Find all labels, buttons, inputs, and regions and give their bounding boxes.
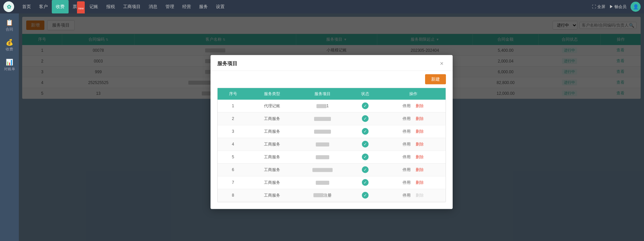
app-logo: ✿: [3, 1, 14, 12]
modal-col-item: 服务项目: [295, 88, 350, 99]
nav-shoufei[interactable]: 收费: [52, 0, 69, 13]
nav-piaoju[interactable]: 票据 new: [69, 0, 85, 13]
stop-button-6[interactable]: 停用: [401, 166, 413, 173]
modal-col-type: 服务类型: [249, 88, 295, 99]
top-nav-right: ⛶ 全屏 ▶ 畅会员 👤: [592, 2, 641, 12]
sidebar-label-shoufei: 收费: [6, 47, 13, 52]
avatar[interactable]: 👤: [631, 2, 641, 12]
modal-table-row: 6 工商服务 ✓ 停用 删除: [218, 163, 446, 176]
stop-button-2[interactable]: 停用: [401, 115, 413, 122]
fee-icon: 💰: [6, 39, 13, 46]
sidebar-item-duizhangdan[interactable]: 📊 对账单: [1, 56, 18, 74]
top-navigation: ✿ 首页 客户 收费 票据 new 记账 报税 工商项目 消息 管理: [0, 0, 644, 13]
nav-customer[interactable]: 客户: [35, 0, 52, 13]
delete-button-3[interactable]: 删除: [414, 128, 426, 135]
stop-button-3[interactable]: 停用: [401, 128, 413, 135]
modal-table-row: 1 代理记账 1 ✓ 停用 删除: [218, 99, 446, 112]
nav-fuwu[interactable]: 服务: [195, 0, 212, 13]
contract-icon: 📋: [6, 19, 13, 26]
sidebar-item-hetong[interactable]: 📋 合同: [1, 16, 18, 35]
nav-baoshui[interactable]: 报税: [102, 0, 119, 13]
modal-table-row: 2 工商服务 ✓ 停用 删除: [218, 112, 446, 125]
delete-button-8[interactable]: 删除: [414, 192, 426, 199]
modal-title: 服务项目: [217, 61, 237, 67]
nav-guanli[interactable]: 管理: [161, 0, 178, 13]
modal-table-row: 3 工商服务 ✓ 停用 删除: [218, 125, 446, 138]
service-items-table: 序号 服务类型 服务项目 状态 操作 1 代理记账: [218, 88, 446, 202]
sidebar-label-hetong: 合同: [6, 27, 13, 32]
nav-jingying[interactable]: 经营: [178, 0, 195, 13]
statement-icon: 📊: [6, 58, 13, 66]
delete-button-6[interactable]: 删除: [414, 166, 426, 173]
nav-jizhang[interactable]: 记账: [85, 0, 102, 13]
modal-col-status: 状态: [350, 88, 381, 99]
modal-table-row: 4 工商服务 ✓ 停用 删除: [218, 138, 446, 151]
delete-button-5[interactable]: 删除: [414, 153, 426, 160]
modal-table-row: 5 工商服务 ✓ 停用 删除: [218, 151, 446, 163]
member-btn[interactable]: ▶ 畅会员: [609, 4, 627, 10]
stop-button-1[interactable]: 停用: [401, 102, 413, 109]
modal-header: 服务项目 ×: [211, 55, 453, 71]
modal-toolbar: 新建: [211, 71, 453, 87]
nav-shezhi[interactable]: 设置: [212, 0, 229, 13]
nav-gongshang[interactable]: 工商项目: [119, 0, 145, 13]
modal-new-button[interactable]: 新建: [425, 74, 446, 84]
content-area: 新增 服务项目 进行中 已完成 已终止 🔍: [19, 13, 644, 241]
stop-button-5[interactable]: 停用: [401, 153, 413, 160]
modal-col-seq: 序号: [218, 88, 249, 99]
delete-button-2[interactable]: 删除: [414, 115, 426, 122]
sidebar: 📋 合同 💰 收费 📊 对账单: [0, 13, 19, 241]
nav-home[interactable]: 首页: [18, 0, 35, 13]
sidebar-label-duizhangdan: 对账单: [4, 67, 15, 72]
fullscreen-btn[interactable]: ⛶ 全屏: [592, 4, 605, 10]
modal-table-row: 7 工商服务 ✓ 停用 删除: [218, 176, 446, 189]
service-table-wrap[interactable]: 序号 服务类型 服务项目 状态 操作 1 代理记账: [217, 87, 446, 202]
service-items-modal: 服务项目 × 新建 序号 服务类型 服务项目: [211, 55, 453, 209]
stop-button-8[interactable]: 停用: [401, 192, 413, 199]
modal-close-button[interactable]: ×: [438, 59, 446, 68]
modal-col-action: 操作: [381, 88, 446, 99]
sidebar-item-shoufei[interactable]: 💰 收费: [1, 36, 18, 54]
stop-button-4[interactable]: 停用: [401, 140, 413, 148]
delete-button-4[interactable]: 删除: [414, 140, 426, 148]
modal-table-row: 8 工商服务 注册 ✓ 停用 删除: [218, 189, 446, 202]
delete-button-1[interactable]: 删除: [414, 102, 426, 109]
stop-button-7[interactable]: 停用: [401, 179, 413, 186]
nav-xiaoxi[interactable]: 消息: [145, 0, 161, 13]
delete-button-7[interactable]: 删除: [414, 179, 426, 186]
modal-body: 序号 服务类型 服务项目 状态 操作 1 代理记账: [211, 87, 453, 209]
